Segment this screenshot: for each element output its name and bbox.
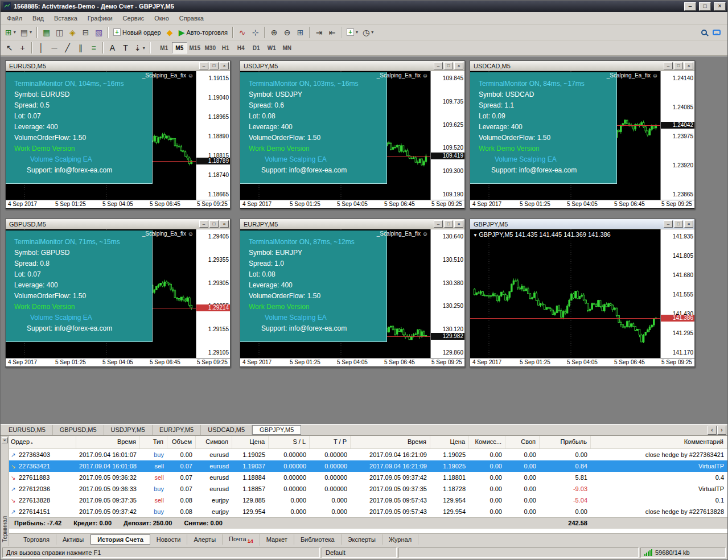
market-watch-button[interactable]: ▦ [40, 26, 53, 39]
price-scale[interactable]: 109.845109.735109.625109.520109.300109.1… [430, 71, 464, 200]
chart-window-gbpjpy-m5[interactable]: GBPJPY,M5–□×▼ GBPJPY,M5 141.435 141.445 … [470, 219, 695, 368]
price-scale[interactable]: 141.935141.805141.680141.555141.430141.2… [660, 229, 694, 358]
menu-item-6[interactable]: Справка [174, 13, 209, 23]
time-axis[interactable]: 4 Sep 20175 Sep 01:255 Sep 04:055 Sep 06… [240, 200, 464, 208]
chart-close-button[interactable]: × [684, 220, 693, 228]
crosshair-button[interactable]: + [16, 42, 29, 54]
timeframe-h1[interactable]: H1 [218, 42, 233, 53]
search-icon[interactable] [701, 30, 707, 35]
text-button[interactable]: A [106, 42, 119, 54]
period-button[interactable]: ◷▾ [360, 26, 376, 39]
timeframe-m30[interactable]: M30 [203, 42, 218, 53]
history-row-227612036[interactable]: ↗2276120362017.09.05 09:36:33buy0.07euru… [9, 483, 727, 495]
terminal-tab-библиотека[interactable]: Библиотека [294, 534, 342, 545]
time-axis[interactable]: 4 Sep 20175 Sep 01:255 Sep 04:055 Sep 06… [470, 200, 694, 208]
timeframe-d1[interactable]: D1 [249, 42, 264, 53]
column-header-11[interactable]: Своп [505, 436, 540, 448]
column-header-3[interactable]: Объем [167, 436, 196, 448]
column-header-13[interactable]: Комментарий [591, 436, 727, 448]
chart-minimize-button[interactable]: – [199, 220, 208, 228]
chart-titlebar[interactable]: USDJPY,M5–□× [240, 61, 464, 71]
chart-window-eurjpy-m5[interactable]: EURJPY,M5–□×TerminalMonitor ON, 87ms, ~1… [240, 219, 465, 368]
terminal-tab-торговля[interactable]: Торговля [17, 534, 56, 545]
menu-item-0[interactable]: Файл [2, 13, 27, 23]
timeframe-h4[interactable]: H4 [233, 42, 249, 53]
text-label-button[interactable]: T [119, 42, 132, 54]
profiles-button[interactable]: ▤▾ [18, 26, 34, 39]
horizontal-line-button[interactable]: ─ [48, 42, 61, 54]
terminal-tab-маркет[interactable]: Маркет [260, 534, 294, 545]
column-header-2[interactable]: Тип [140, 436, 167, 448]
history-row-227613828[interactable]: ↘2276138282017.09.05 09:37:35sell0.08eur… [9, 495, 727, 506]
status-profile[interactable]: Default [322, 547, 397, 558]
chart-restore-button[interactable]: □ [209, 220, 219, 228]
chart-titlebar[interactable]: GBPJPY,M5–□× [470, 219, 694, 229]
terminal-button[interactable]: ⊟ [79, 26, 92, 39]
history-row-227614151[interactable]: ↗2276141512017.09.05 09:37:42buy0.08eurj… [9, 506, 727, 517]
price-scale[interactable]: 1.191151.190401.189651.188901.188151.187… [196, 71, 230, 200]
chart-plot[interactable]: TerminalMonitor ON, 71ms, ~15msSymbol: G… [6, 229, 196, 358]
tile-windows-button[interactable]: ⊞ [294, 26, 307, 39]
menu-item-4[interactable]: Сервис [118, 13, 150, 23]
chat-icon[interactable] [713, 30, 721, 35]
close-button[interactable]: × [714, 2, 726, 11]
chart-tab-usdjpy-m5[interactable]: USDJPY,M5 [104, 425, 153, 435]
chart-titlebar[interactable]: GBPUSD,M5–□× [6, 219, 230, 229]
chart-plot[interactable]: TerminalMonitor ON, 104ms, ~16msSymbol: … [6, 71, 196, 200]
chart-minimize-button[interactable]: – [434, 62, 443, 69]
add-indicator-button[interactable]: +▾ [344, 26, 360, 39]
terminal-close-button[interactable]: × [2, 437, 8, 443]
chart-plot[interactable]: TerminalMonitor ON, 103ms, ~16msSymbol: … [240, 71, 430, 200]
chart-close-button[interactable]: × [454, 62, 463, 69]
time-axis[interactable]: 4 Sep 20175 Sep 01:255 Sep 04:055 Sep 06… [6, 358, 230, 367]
chart-titlebar[interactable]: EURJPY,M5–□× [240, 219, 464, 229]
chart-minimize-button[interactable]: – [664, 220, 673, 228]
column-header-9[interactable]: Цена [430, 436, 469, 448]
column-header-10[interactable]: Комисс... [469, 436, 505, 448]
data-window-button[interactable]: ◫ [53, 26, 66, 39]
chart-restore-button[interactable]: □ [209, 62, 219, 69]
chart-titlebar[interactable]: USDCAD,M5–□× [470, 61, 694, 71]
cursor-button[interactable]: ↖ [3, 42, 16, 54]
arrows-button[interactable]: ⇣▾ [132, 42, 147, 54]
menu-item-1[interactable]: Вид [27, 13, 49, 23]
strategy-tester-button[interactable]: ▧ [92, 26, 105, 39]
chart-close-button[interactable]: × [684, 62, 693, 69]
chart-tab-eurjpy-m5[interactable]: EURJPY,M5 [153, 425, 201, 435]
chart-tab-gbpjpy-m5[interactable]: GBPJPY,M5 [252, 425, 301, 435]
terminal-side-label[interactable]: Терминал [2, 516, 8, 542]
zoom-in-button[interactable]: ⊕ [268, 26, 281, 39]
terminal-tab-активы[interactable]: Активы [56, 534, 91, 545]
chart-titlebar[interactable]: EURUSD,M5–□× [6, 61, 230, 71]
chart-tab-usdcad-m5[interactable]: USDCAD,M5 [201, 425, 252, 435]
restore-button[interactable]: □ [699, 2, 711, 11]
zoom-out-button[interactable]: ⊖ [281, 26, 294, 39]
metaeditor-button[interactable]: ◆ [163, 26, 176, 39]
column-header-8[interactable]: Время [351, 436, 430, 448]
chart-plot[interactable]: TerminalMonitor ON, 87ms, ~12msSymbol: E… [240, 229, 430, 358]
column-header-7[interactable]: T / P [310, 436, 351, 448]
tab-scroll-right-button[interactable]: › [717, 426, 726, 435]
objects-button[interactable]: ⊹ [249, 26, 262, 39]
timeframe-m15[interactable]: M15 [187, 42, 203, 53]
minimize-button[interactable]: – [684, 2, 696, 11]
chart-restore-button[interactable]: □ [674, 220, 683, 228]
chart-plot[interactable]: ▼ GBPJPY,M5 141.435 141.445 141.369 141.… [470, 229, 660, 358]
column-header-12[interactable]: Прибыль [540, 436, 591, 448]
time-axis[interactable]: 4 Sep 20175 Sep 01:255 Sep 04:055 Sep 06… [470, 358, 694, 367]
terminal-tab-журнал[interactable]: Журнал [382, 534, 418, 545]
price-scale[interactable]: 1.241401.240851.239751.239201.238651.240… [660, 71, 694, 200]
timeframe-m5[interactable]: M5 [172, 42, 187, 53]
terminal-tab-эксперты[interactable]: Эксперты [342, 534, 382, 545]
navigator-button[interactable]: ◈ [66, 26, 79, 39]
indicators-button[interactable]: ∿ [236, 26, 249, 39]
chart-window-usdjpy-m5[interactable]: USDJPY,M5–□×TerminalMonitor ON, 103ms, ~… [240, 60, 465, 209]
chart-shift-button[interactable]: ⇤ [326, 26, 339, 39]
chart-restore-button[interactable]: □ [674, 62, 683, 69]
column-header-5[interactable]: Цена [232, 436, 269, 448]
menu-item-3[interactable]: Графики [83, 13, 118, 23]
chart-minimize-button[interactable]: – [199, 62, 208, 69]
channel-button[interactable]: ∥ [74, 42, 87, 54]
price-scale[interactable]: 1.294051.293551.293051.292551.291551.291… [196, 229, 230, 358]
time-axis[interactable]: 4 Sep 20175 Sep 01:255 Sep 04:055 Sep 06… [6, 200, 230, 208]
